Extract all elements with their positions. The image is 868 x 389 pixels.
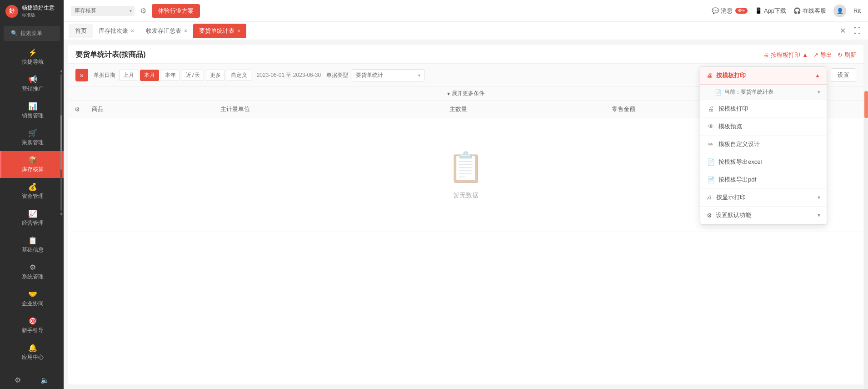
close-window-button[interactable]: ✕	[837, 25, 848, 36]
basic-icon: 📋	[28, 236, 37, 245]
message-button[interactable]: 💬 消息 99+	[712, 7, 748, 15]
template-preview-label: 模板预览	[718, 122, 742, 131]
sidebar-item-shortcut[interactable]: ⚡ 快捷导航	[0, 44, 64, 71]
sidebar-item-label: 营销推广	[22, 85, 44, 93]
sidebar-item-operation[interactable]: 📈 经营管理	[0, 205, 64, 232]
filter-expand-button[interactable]: »	[75, 69, 88, 81]
tabs-wrapper: 首页 库存批次账 × 收发存汇总表 × 要货单统计表 ×	[69, 24, 835, 38]
default-settings-label: 设置默认功能	[716, 211, 751, 219]
online-service-button[interactable]: 🎧 在线客服	[793, 7, 826, 15]
sidebar-item-label: 资金管理	[22, 192, 44, 200]
app-download-button[interactable]: 📱 App下载	[755, 7, 786, 15]
app-download-label: App下载	[764, 7, 786, 15]
sidebar-item-label: 经营管理	[22, 219, 44, 227]
sidebar-item-label: 系统管理	[22, 273, 44, 281]
date-current-month[interactable]: 本月	[140, 70, 159, 81]
tab-close-batch-accounts[interactable]: ×	[131, 28, 134, 34]
expand-more-label: 展开更多条件	[452, 90, 484, 97]
dropdown-sub-display-print[interactable]: 🖨 按显示打印 ▾	[700, 189, 827, 207]
date-filter-group: 单据日期 上月 本月 本年 近7天 更多 自定义 2023-06-01 至 20…	[94, 70, 321, 81]
avatar-icon: 👤	[837, 8, 843, 14]
message-icon: 💬	[712, 7, 719, 14]
sidebar-item-purchase[interactable]: 🛒 采购管理	[0, 124, 64, 151]
expand-more-button[interactable]: ▾ 展开更多条件	[447, 90, 484, 97]
sidebar-item-system[interactable]: ⚙ 系统管理	[0, 258, 64, 285]
app-logo-icon: 好	[5, 5, 18, 18]
dropdown-item-template-print[interactable]: 🖨 按模板打印	[700, 100, 827, 118]
export-button[interactable]: ↗ 导出	[813, 51, 832, 59]
refresh-button[interactable]: ↻ 刷新	[838, 51, 856, 59]
date-this-year[interactable]: 本年	[161, 70, 180, 81]
top-header: ▾ ⚙ 体验行业方案 💬 消息 99+ 📱 App下载 🎧 在线客服 👤 Rit	[64, 0, 868, 22]
date-range-display: 2023-06-01 至 2023-06-30	[257, 71, 321, 79]
search-menu-item[interactable]: 🔍 搜索菜单	[4, 26, 60, 41]
home-tab-label: 首页	[75, 27, 87, 35]
sidebar-item-sales[interactable]: 📊 销售管理	[0, 97, 64, 124]
sidebar-item-basic[interactable]: 📋 基础信息	[0, 232, 64, 258]
dropdown-item-template-design[interactable]: ✏ 模板自定义设计	[700, 136, 827, 153]
header-settings-icon[interactable]: ⚙	[140, 6, 146, 15]
dropdown-sub-default-left: ⚙ 设置默认功能	[707, 211, 751, 219]
col-quantity: 主数量	[444, 101, 606, 118]
sidebar-item-inventory[interactable]: 📦 库存核算	[0, 151, 64, 178]
dropdown-current-template[interactable]: 📄 当前：要货单统计表 ▾	[700, 85, 827, 100]
tab-close-receipt-summary[interactable]: ×	[184, 28, 187, 34]
dropdown-header[interactable]: 🖨 按模板打印 ▲	[700, 67, 827, 85]
sidebar-item-guide[interactable]: 🎯 新手引导	[0, 312, 64, 339]
settings-button[interactable]: 设置	[831, 68, 856, 82]
app-version: 标准版	[22, 12, 55, 18]
sidebar-item-appstore[interactable]: 🔔 应用中心	[0, 339, 64, 366]
dropdown-printer-icon: 🖨	[707, 72, 713, 79]
tab-requisition-stats[interactable]: 要货单统计表 ×	[193, 24, 246, 38]
refresh-label: 刷新	[844, 51, 856, 59]
expand-window-button[interactable]: ⛶	[852, 25, 863, 36]
sidebar-item-marketing[interactable]: 📢 营销推广	[0, 71, 64, 97]
template-design-label: 模板自定义设计	[718, 140, 760, 148]
right-scrollbar-thumb	[864, 91, 868, 118]
col-settings-icon: ⚙	[75, 106, 80, 113]
right-scrollbar[interactable]	[864, 91, 868, 389]
dropdown-item-template-preview[interactable]: 👁 模板预览	[700, 118, 827, 136]
col-settings[interactable]: ⚙	[68, 101, 86, 118]
dropdown-close-arrow[interactable]: ▲	[815, 72, 820, 79]
trial-button[interactable]: 体验行业方案	[152, 4, 200, 18]
page-area: 要货单统计表(按商品) 🖨 按模板打印 ▲ ↗ 导出 ↻ 刷新	[64, 40, 868, 389]
print-template-button[interactable]: 🖨 按模板打印 ▲	[763, 51, 808, 59]
export-label: 导出	[820, 51, 832, 59]
settings-bottom-icon[interactable]: ⚙	[15, 376, 21, 384]
service-icon: 🎧	[793, 7, 801, 14]
type-filter-select[interactable]: 要货单统计 ▾	[352, 69, 424, 81]
requisition-stats-label: 要货单统计表	[199, 27, 234, 35]
template-print-icon: 🖨	[707, 105, 715, 112]
sidebar-item-collab[interactable]: 🤝 企业协同	[0, 285, 64, 312]
tab-home[interactable]: 首页	[69, 24, 93, 38]
sidebar-bottom: ⚙ 🔈	[0, 371, 64, 389]
sidebar-item-label: 销售管理	[22, 112, 44, 120]
batch-accounts-label: 库存批次账	[99, 27, 128, 35]
empty-text: 暂无数据	[453, 192, 479, 200]
sidebar-scrollbar: ▲ ▼	[59, 68, 64, 217]
sidebar-item-wechat[interactable]: 💬 企业微信	[0, 366, 64, 371]
sidebar-item-finance[interactable]: 💰 资金管理	[0, 178, 64, 205]
sidebar-scroll-up[interactable]: ▲	[59, 68, 64, 73]
dropdown-sub-default-settings[interactable]: ⚙ 设置默认功能 ▾	[700, 207, 827, 224]
speaker-icon[interactable]: 🔈	[40, 376, 50, 384]
tab-batch-accounts[interactable]: 库存批次账 ×	[93, 24, 140, 38]
dropdown-item-template-pdf[interactable]: 📄 按模板导出pdf	[700, 171, 827, 189]
tabs-bar: 首页 库存批次账 × 收发存汇总表 × 要货单统计表 × ✕ ⛶	[64, 22, 868, 40]
sidebar-scroll-down[interactable]: ▼	[59, 212, 64, 217]
date-more[interactable]: 更多	[206, 70, 225, 81]
tab-receipt-summary[interactable]: 收发存汇总表 ×	[140, 24, 193, 38]
template-print-label: 按模板打印	[718, 105, 748, 113]
tab-close-requisition-stats[interactable]: ×	[237, 28, 240, 34]
export-icon: ↗	[813, 51, 818, 58]
date-last-7-days[interactable]: 近7天	[182, 70, 204, 81]
window-control-buttons: ✕ ⛶	[837, 25, 863, 36]
date-custom[interactable]: 自定义	[227, 70, 251, 81]
date-last-month[interactable]: 上月	[119, 70, 138, 81]
template-excel-icon: 📄	[707, 158, 715, 166]
user-avatar[interactable]: 👤	[833, 5, 846, 17]
dropdown-item-template-excel[interactable]: 📄 按模板导出excel	[700, 153, 827, 171]
breadcrumb-input[interactable]	[71, 6, 135, 16]
type-filter-arrow: ▾	[418, 73, 420, 78]
